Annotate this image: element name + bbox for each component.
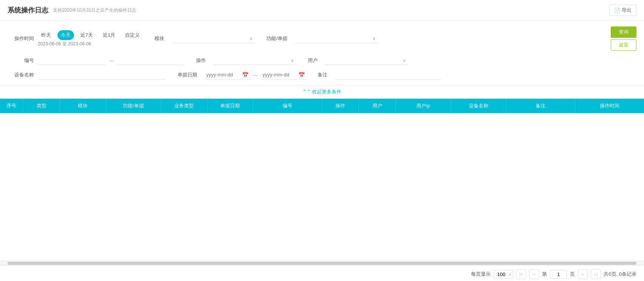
- col-remark: 备注: [506, 99, 575, 113]
- col-func: 功能/单据: [106, 99, 161, 113]
- page-label-suffix: 页: [570, 271, 575, 278]
- date-to-wrapper: 📅: [261, 70, 306, 79]
- table-header-row: 序号 类型 模块 功能/单据 业务类型 单据日期 编号 操作 用户 用户ip 设…: [0, 99, 644, 113]
- export-icon: 📄: [614, 8, 620, 13]
- col-operation: 操作: [322, 99, 358, 113]
- page-size-select[interactable]: 100 50 200: [494, 270, 513, 279]
- operation-select[interactable]: [213, 56, 297, 65]
- time-label: 操作时间: [8, 35, 38, 42]
- data-table: 序号 类型 模块 功能/单据 业务类型 单据日期 编号 操作 用户 用户ip 设…: [0, 99, 644, 113]
- user-label: 用户: [308, 57, 321, 64]
- prev-page-btn[interactable]: <: [529, 269, 539, 279]
- col-doc-date: 单据日期: [207, 99, 253, 113]
- col-op-time: 操作时间: [575, 99, 644, 113]
- remark-input[interactable]: [335, 70, 441, 79]
- col-biz-type: 业务类型: [161, 99, 207, 113]
- col-device: 设备名称: [451, 99, 506, 113]
- query-button[interactable]: 查询: [611, 26, 636, 38]
- export-label: 导出: [622, 7, 632, 14]
- date-dash: —: [253, 72, 258, 78]
- user-select[interactable]: [325, 56, 408, 65]
- remark-filter: 备注: [318, 70, 441, 79]
- num-from-input[interactable]: [38, 56, 106, 65]
- first-page-btn[interactable]: |<: [516, 269, 526, 279]
- time-btn-today[interactable]: 今天: [57, 30, 74, 40]
- page-title: 系统操作日志: [8, 6, 48, 15]
- pagination-bar: 每页显示 100 50 200 |< < 第 页 > >| 共0页, 0条记录: [0, 265, 644, 281]
- col-user-ip: 用户ip: [395, 99, 451, 113]
- operation-label: 操作: [196, 57, 210, 64]
- collapse-icon: ⌃⌃: [303, 89, 311, 95]
- action-buttons: 查询 设置: [611, 26, 636, 51]
- num-label: 编号: [8, 57, 38, 64]
- empty-area: [0, 113, 644, 245]
- last-page-btn[interactable]: >|: [591, 269, 601, 279]
- page-subtitle: 支持2020年10月31日之后产生的操作日志: [53, 7, 136, 14]
- num-dash: —: [109, 58, 114, 64]
- time-btn-yesterday[interactable]: 昨天: [38, 30, 54, 40]
- num-to-input[interactable]: [117, 56, 185, 65]
- col-num: 编号: [253, 99, 322, 113]
- func-select[interactable]: [295, 34, 378, 43]
- device-label: 设备名称: [8, 71, 38, 78]
- user-select-wrapper: [325, 56, 408, 65]
- page-size-wrapper: 100 50 200: [494, 270, 513, 279]
- func-filter: 功能/单据: [266, 34, 378, 43]
- operation-select-wrapper: [213, 56, 297, 65]
- doc-date-filter: 单据日期 📅 — 📅: [178, 70, 306, 79]
- remark-label: 备注: [318, 71, 331, 78]
- module-select-wrapper: [172, 34, 255, 43]
- doc-date-label: 单据日期: [178, 71, 201, 78]
- module-filter: 模块: [154, 34, 255, 43]
- col-type: 类型: [23, 99, 60, 113]
- settings-button[interactable]: 设置: [611, 39, 636, 51]
- time-btn-1month[interactable]: 近1月: [99, 30, 119, 40]
- time-filter-group: 昨天 今天 近7天 近1月 自定义: [38, 30, 143, 40]
- page-label-prefix: 第: [542, 271, 547, 278]
- table-container: 序号 类型 模块 功能/单据 业务类型 单据日期 编号 操作 用户 用户ip 设…: [0, 99, 644, 261]
- module-select[interactable]: [172, 34, 255, 43]
- user-filter: 用户: [308, 56, 408, 65]
- date-from-wrapper: 📅: [205, 70, 250, 79]
- col-seq: 序号: [0, 99, 23, 113]
- calendar-from-icon[interactable]: 📅: [242, 72, 249, 78]
- func-select-wrapper: [295, 34, 378, 43]
- collapse-bar[interactable]: ⌃⌃ 收起更多条件: [0, 85, 644, 99]
- collapse-label: 收起更多条件: [312, 89, 341, 95]
- func-label: 功能/单据: [266, 35, 291, 42]
- device-input[interactable]: [38, 70, 166, 79]
- next-page-btn[interactable]: >: [578, 269, 588, 279]
- date-range-display: 2023-06-06 至 2023-06-06: [38, 41, 143, 47]
- col-module: 模块: [60, 99, 106, 113]
- scrollbar-track: [8, 262, 636, 265]
- col-user: 用户: [359, 99, 395, 113]
- current-page-input[interactable]: [550, 270, 567, 279]
- page-size-label: 每页显示: [471, 271, 491, 278]
- time-btn-custom[interactable]: 自定义: [122, 30, 143, 40]
- module-label: 模块: [154, 35, 168, 42]
- scrollbar-area[interactable]: [0, 261, 644, 265]
- calendar-to-icon[interactable]: 📅: [298, 72, 305, 78]
- export-button[interactable]: 📄 导出: [609, 5, 636, 16]
- time-btn-7days[interactable]: 近7天: [77, 30, 96, 40]
- operation-filter: 操作: [196, 56, 297, 65]
- total-label: 共0页, 0条记录: [604, 271, 636, 278]
